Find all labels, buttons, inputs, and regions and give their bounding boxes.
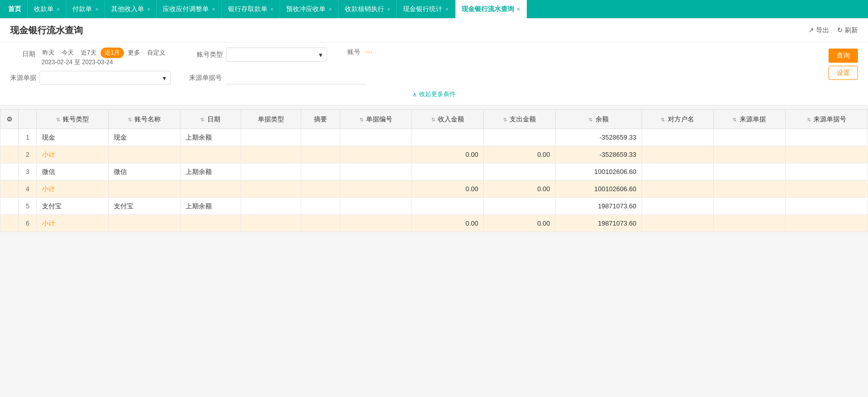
nav-receipt[interactable]: 收款单 × [28,0,66,18]
source-doc-no-cell [785,129,867,146]
row-action-cell [1,198,19,215]
table-row[interactable]: 6小计0.000.0019871073.60 [1,215,868,232]
doc-type-cell [241,163,301,181]
row-num-cell: 2 [19,146,37,163]
balance-cell: -3528659.33 [556,129,642,146]
close-icon[interactable]: × [95,6,98,12]
query-button[interactable]: 查询 [829,49,858,63]
account-type-cell: 小计 [37,215,109,232]
table-row[interactable]: 3微信微信上期余额100102606.60 [1,163,868,181]
date-today[interactable]: 今天 [59,48,77,58]
account-name-cell: 现金 [108,129,180,146]
doc-type-cell [241,181,301,198]
nav-other-income[interactable]: 其他收入单 × [105,0,157,18]
col-header-account-type[interactable]: ⇅ 账号类型 [37,110,109,129]
account-type-select[interactable]: ▾ [226,48,327,62]
close-icon[interactable]: × [57,6,60,12]
col-header-date[interactable]: ⇅ 日期 [180,110,241,129]
source-doc-no-label: 来源单据号 [189,73,222,82]
date-1month[interactable]: 近1月 [101,48,124,58]
close-icon[interactable]: × [147,6,150,12]
nav-writeoff[interactable]: 收款核销执行 × [339,0,397,18]
table-row[interactable]: 5支付宝支付宝上期余额19871073.60 [1,198,868,215]
sort-icon: ⇅ [359,117,363,122]
close-icon[interactable]: × [387,6,390,12]
close-icon[interactable]: × [212,6,215,12]
account-name-cell [108,146,180,163]
date-cell: 上期余额 [180,129,241,146]
col-header-account-name[interactable]: ⇅ 账号名称 [108,110,180,129]
nav-payment[interactable]: 付款单 × [66,0,105,18]
export-button[interactable]: ↗ 导出 [808,26,829,35]
page-title: 现金银行流水查询 [10,24,83,36]
col-header-counterparty[interactable]: ⇅ 对方户名 [642,110,713,129]
account-name-cell [108,215,180,232]
source-doc-cell [713,181,785,198]
doc-no-cell [340,146,412,163]
col-header-source-doc-no[interactable]: ⇅ 来源单据号 [785,110,867,129]
counterparty-cell [642,198,713,215]
close-icon[interactable]: × [445,6,448,12]
date-cell [180,181,241,198]
settings-col-header[interactable]: ⚙ [1,110,19,129]
col-header-expense[interactable]: ⇅ 支出金额 [484,110,556,129]
summary-cell [301,198,340,215]
refresh-button[interactable]: ↻ 刷新 [837,26,858,35]
sort-icon: ⇅ [588,117,592,122]
nav-cash-bank-stat[interactable]: 现金银行统计 × [397,0,455,18]
expense-cell: 0.00 [484,181,556,198]
nav-advance[interactable]: 预收冲应收单 × [280,0,338,18]
account-type-cell: 微信 [37,163,109,181]
account-type-cell: 小计 [37,181,109,198]
sort-icon: ⇅ [128,117,132,122]
expense-cell [484,198,556,215]
row-action-cell [1,215,19,232]
col-header-source-doc[interactable]: ⇅ 来源单据 [713,110,785,129]
account-type-label: 账号类型 [197,50,223,59]
close-icon[interactable]: × [329,6,332,12]
sort-icon: ⇅ [431,117,435,122]
row-action-cell [1,163,19,181]
col-header-balance[interactable]: ⇅ 余额 [556,110,642,129]
table-row[interactable]: 1现金现金上期余额-3528659.33 [1,129,868,146]
collapse-bar[interactable]: ∧ 收起更多条件 [10,88,858,100]
col-header-doc-no[interactable]: ⇅ 单据编号 [340,110,412,129]
income-cell: 0.00 [412,181,484,198]
nav-adjustment[interactable]: 应收应付调整单 × [157,0,221,18]
doc-no-cell [340,163,412,181]
sort-icon: ⇅ [733,117,737,122]
row-num-cell: 5 [19,198,37,215]
close-icon[interactable]: × [270,6,273,12]
date-more[interactable]: 更多 [125,48,143,58]
table-row[interactable]: 4小计0.000.00100102606.60 [1,181,868,198]
table-container: ⚙ ⇅ 账号类型 ⇅ 账号名称 ⇅ 日期 单据类型 [0,109,868,232]
source-doc-no-input[interactable] [225,71,367,84]
data-table: ⚙ ⇅ 账号类型 ⇅ 账号名称 ⇅ 日期 单据类型 [0,109,868,232]
date-range: 2023-02-24 至 2023-03-24 [41,58,168,67]
account-ellipsis-button[interactable]: ··· [366,48,372,57]
col-header-income[interactable]: ⇅ 收入金额 [412,110,484,129]
date-yesterday[interactable]: 昨天 [39,48,58,58]
date-7days[interactable]: 近7天 [78,48,100,58]
table-row[interactable]: 2小计0.000.00-3528659.33 [1,146,868,163]
income-cell: 0.00 [412,215,484,232]
row-action-cell [1,129,19,146]
source-doc-cell [713,198,785,215]
account-name-cell: 微信 [108,163,180,181]
source-doc-select[interactable]: ▾ [39,71,171,85]
doc-type-cell [241,198,301,215]
close-icon[interactable]: × [517,6,520,12]
account-type-cell: 小计 [37,146,109,163]
nav-home[interactable]: 首页 [2,0,28,18]
nav-bank-deposit[interactable]: 银行存取款单 × [222,0,280,18]
filter-area: 日期 昨天 今天 近7天 近1月 更多 自定义 2023-02-24 至 202… [0,42,868,105]
date-cell: 上期余额 [180,163,241,181]
settings-button[interactable]: 设置 [829,66,858,80]
date-custom[interactable]: 自定义 [144,48,168,58]
row-num-cell: 4 [19,181,37,198]
nav-cash-bank-flow[interactable]: 现金银行流水查询 × [455,0,527,18]
chevron-down-icon: ▾ [319,51,323,59]
sort-icon: ⇅ [661,117,665,122]
income-cell [412,129,484,146]
income-cell [412,163,484,181]
